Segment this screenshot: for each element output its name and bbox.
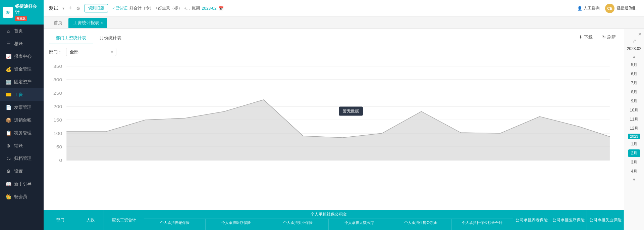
sidebar-label-settings: 设置 [14,168,23,174]
app-logo: 好 畅捷通好会计 专业版 [0,0,44,25]
col-personal-housing: 个人承担住房公积金 [390,219,451,230]
area-chart: 0 50 100 150 200 250 300 350 [49,59,619,167]
col-group-personal-insurance: 个人承担社保公积金 个人承担养老保险 个人承担医疗保险 个人承担失业保险 个人承… [144,210,513,230]
col-headcount-label: 人数 [87,217,95,223]
svg-text:0: 0 [59,158,62,163]
header-add-button[interactable]: + [68,5,72,12]
download-label: 下载 [584,34,593,40]
col-personal-unemployment: 个人承担失业保险 [267,219,329,230]
panel-month-7[interactable]: 7月 [628,79,640,87]
calendar-icon[interactable]: 📅 [219,6,224,11]
dept-select[interactable]: 全部 [66,48,116,56]
sidebar-item-tax[interactable]: 📋 税务管理 [0,127,44,139]
col-total-salary-label: 应发工资合计 [112,217,136,223]
col-company-unemployment: 公司承担失业保险 [587,210,624,230]
panel-month-10[interactable]: 10月 [627,106,641,114]
sidebar-item-funds[interactable]: 💰 资金管理 [0,63,44,76]
sidebar-item-archive[interactable]: 🗂 归档管理 [0,152,44,165]
svg-text:50: 50 [56,145,62,149]
panel-month-5[interactable]: 5月 [628,61,640,69]
header-dropdown-arrow[interactable]: ▾ [62,6,64,11]
header-status: ✓已认证 好会计（专） +好生意（标） +... 账期 2023-02 📅 [112,5,224,11]
sidebar-item-guide[interactable]: 📖 新手引导 [0,178,44,190]
panel-month-2-active[interactable]: 2月 [628,149,640,157]
sidebar-item-reports[interactable]: 📈 报表中心 [0,50,44,63]
col-personal-pension: 个人承担养老保险 [144,219,206,230]
sidebar-label-sales: 进销台账 [14,117,32,123]
sidebar-item-invoice[interactable]: 📄 发票管理 [0,101,44,114]
panel-month-12[interactable]: 12月 [627,125,641,132]
sidebar-item-settings[interactable]: ⚙ 设置 [0,165,44,178]
sidebar-item-salary[interactable]: 💳 工资 [0,88,44,101]
col-company-pension: 公司承担养老保险 [513,210,550,230]
refresh-button[interactable]: ↻ 刷新 [599,33,619,42]
toolbar-right: ⬇ 下载 ↻ 刷新 [576,33,619,44]
content-main: 部门工资统计表 月份统计表 ⬇ 下载 ↻ 刷新 [44,29,624,230]
main-area: 测试 ▾ + ⚙ 切到旧版 ✓已认证 好会计（专） +好生意（标） +... 账… [44,0,644,230]
col-headcount: 人数 [77,210,104,230]
tab-home[interactable]: 首页 [49,18,67,28]
chart-container: 0 50 100 150 200 250 300 350 [49,59,619,167]
panel-close-x[interactable]: ✕ [638,32,644,37]
support-label: 人工咨询 [584,5,600,11]
logo-name: 畅捷通好会计 [15,3,41,15]
sub-tab-dept[interactable]: 部门工资统计表 [49,32,93,44]
user-avatar: CE [605,4,614,13]
panel-month-8[interactable]: 8月 [628,88,640,96]
salary-icon: 💳 [5,92,11,97]
sidebar-label-member: 畅会员 [14,194,27,200]
svg-text:150: 150 [53,118,62,123]
support-button[interactable]: 👤 人工咨询 [577,5,600,11]
panel-month-9[interactable]: 9月 [628,97,640,105]
status-good: 好会计（专） [129,5,154,11]
sidebar-item-member[interactable]: 👑 畅会员 [0,190,44,203]
tab-salary-report[interactable]: 工资统计报表 × [68,18,107,28]
sidebar-label-salary: 工资 [14,92,23,98]
panel-month-4[interactable]: 4月 [628,168,640,175]
dept-select-wrapper: 全部 [66,48,116,56]
sidebar-item-ledger[interactable]: ☰ 总账 [0,37,44,50]
funds-icon: 💰 [5,66,11,72]
panel-current-date[interactable]: 2023.02 [625,45,643,52]
sub-tab-dept-label: 部门工资统计表 [56,35,86,40]
sidebar-item-home[interactable]: ⌂ 首页 [0,25,44,37]
panel-month-3[interactable]: 3月 [628,158,640,166]
panel-month-11[interactable]: 11月 [627,116,641,123]
panel-month-6[interactable]: 6月 [628,70,640,78]
sidebar-label-funds: 资金管理 [14,66,32,72]
sidebar-item-close[interactable]: ⊕ 结账 [0,139,44,152]
filter-dept-label: 部门： [49,49,62,55]
close-period-icon: ⊕ [5,143,11,148]
sidebar-item-sales[interactable]: 📦 进销台账 [0,114,44,127]
sub-tab-month[interactable]: 月份统计表 [93,32,128,44]
tax-icon: 📋 [5,130,11,136]
edition-badge: 专业版 [15,16,27,21]
refresh-label: 刷新 [607,34,616,40]
panel-expand-icon[interactable]: ⤢ [632,38,636,44]
svg-text:250: 250 [53,91,62,96]
tab-salary-report-label: 工资统计报表 [73,20,99,26]
col-dept: 部门 [44,210,77,230]
download-button[interactable]: ⬇ 下载 [576,33,595,42]
col-company-medical: 公司承担医疗保险 [550,210,587,230]
panel-year-badge[interactable]: 2023 [628,134,640,139]
invoice-icon: 📄 [5,105,11,110]
col-personal-medical: 个人承担医疗保险 [206,219,267,230]
tab-close-icon[interactable]: × [101,21,103,25]
svg-text:200: 200 [53,104,62,109]
user-menu[interactable]: CE 轻捷通B组... [605,4,639,13]
chart-area: 0 50 100 150 200 250 300 350 [44,59,624,210]
panel-nav-down[interactable]: ▼ [630,177,638,183]
col-total-salary: 应发工资合计 [104,210,144,230]
panel-nav-up[interactable]: ▲ [630,54,638,60]
ledger-icon: ☰ [5,41,11,46]
panel-month-1[interactable]: 1月 [628,140,640,148]
col-personal-total: 个人承担社保公积金合计 [452,219,513,230]
switch-version-button[interactable]: 切到旧版 [85,4,108,12]
sidebar-label-archive: 归档管理 [14,155,32,162]
sidebar-item-assets[interactable]: 🏢 固定资产 [0,76,44,88]
support-icon: 👤 [577,6,582,11]
archive-icon: 🗂 [5,156,11,161]
home-icon: ⌂ [5,28,11,34]
header-gear-button[interactable]: ⚙ [76,6,80,11]
